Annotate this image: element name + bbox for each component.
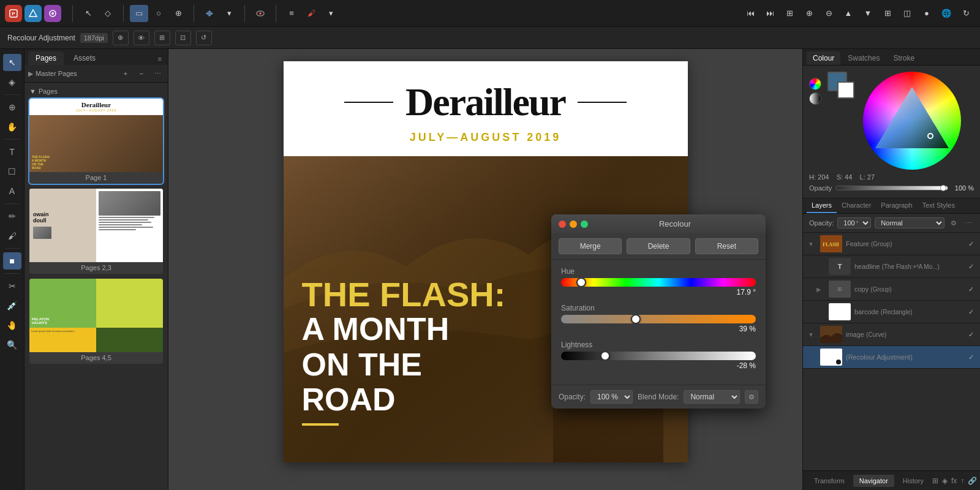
- snap-options[interactable]: ▾: [220, 5, 238, 22]
- paragraph-tab[interactable]: Paragraph: [876, 198, 917, 213]
- layers-icon[interactable]: ⊞: [932, 477, 938, 485]
- feature-expand[interactable]: ▼: [808, 241, 816, 247]
- fill-tool[interactable]: ■: [3, 252, 21, 270]
- prev-btn[interactable]: ⏮: [741, 5, 760, 22]
- swatches-tab[interactable]: Swatches: [842, 51, 886, 65]
- menu1[interactable]: ▲: [839, 5, 858, 22]
- assets-tab[interactable]: Assets: [66, 51, 103, 65]
- background-color-chip[interactable]: [837, 81, 854, 99]
- grid-btn[interactable]: ⊞: [154, 31, 170, 45]
- opacity-slider-thumb[interactable]: [940, 185, 946, 191]
- align-btn[interactable]: ≡: [282, 5, 301, 22]
- page-23-thumb[interactable]: owaindoull: [29, 189, 163, 274]
- merge-btn[interactable]: Merge: [559, 238, 622, 254]
- dialog-min-btn[interactable]: [570, 221, 577, 228]
- pages-tab[interactable]: Pages: [28, 51, 64, 65]
- sync-btn[interactable]: ↻: [957, 5, 975, 22]
- blend-mode-select[interactable]: Normal Multiply Screen Overlay: [875, 217, 944, 228]
- designer-icon[interactable]: [24, 5, 42, 22]
- more-pp-btn[interactable]: ⋯: [151, 67, 164, 80]
- panel-btn[interactable]: ◫: [898, 5, 916, 22]
- export-icon[interactable]: ↑: [960, 477, 964, 485]
- delete-btn[interactable]: Delete: [627, 238, 690, 254]
- color-wheel-mini-btn[interactable]: [809, 78, 821, 90]
- transform-btab[interactable]: Transform: [808, 475, 851, 487]
- layer-recolour[interactable]: (Recolour Adjustment) ✓: [803, 346, 980, 369]
- frame-text-tool[interactable]: ☐: [3, 163, 21, 180]
- dialog-max-btn[interactable]: [581, 221, 588, 228]
- color-wheel[interactable]: [863, 72, 961, 170]
- pan-tool[interactable]: ✋: [3, 118, 21, 135]
- adjust-icon[interactable]: ◈: [942, 477, 948, 485]
- blend-mode-footer-select[interactable]: Normal Multiply Screen Overlay: [684, 390, 740, 404]
- master-pages-toggle[interactable]: ▶: [28, 70, 33, 78]
- select-tool[interactable]: ↖: [3, 54, 21, 71]
- text-tool[interactable]: T: [3, 143, 21, 160]
- panel-menu-btn[interactable]: ≡: [156, 53, 164, 65]
- crop-tool[interactable]: ✂: [3, 277, 21, 295]
- layer-settings-btn[interactable]: ⚙: [948, 217, 959, 228]
- layer-image[interactable]: ▼ image (Curve) ✓: [803, 323, 980, 346]
- snap-btn[interactable]: [200, 5, 219, 22]
- image-expand[interactable]: ▼: [808, 331, 816, 338]
- place-tool[interactable]: ⊕: [169, 5, 187, 22]
- headline-vis[interactable]: ✓: [967, 263, 975, 271]
- brush-tool[interactable]: 🖌: [3, 227, 21, 244]
- navigator-btab[interactable]: Navigator: [853, 475, 894, 487]
- layer-copy[interactable]: ▶ ⊞ copy (Group) ✓: [803, 278, 980, 301]
- layers-tab[interactable]: Layers: [807, 198, 837, 213]
- node-tool[interactable]: ◇: [99, 5, 117, 22]
- image-vis[interactable]: ✓: [967, 331, 975, 339]
- hue-slider[interactable]: [561, 278, 756, 287]
- node-tool-left[interactable]: ◈: [3, 74, 21, 91]
- add-page-btn[interactable]: ⊕: [800, 5, 818, 22]
- guides-btn[interactable]: ⊡: [175, 31, 191, 45]
- view-btn[interactable]: [251, 5, 270, 22]
- color-gradient-btn[interactable]: [809, 92, 821, 105]
- pencil-tool[interactable]: ✏: [3, 208, 21, 225]
- eyedropper-tool[interactable]: 💉: [3, 297, 21, 314]
- layer-headline[interactable]: T headline (The Flash:+³A Mo...) ✓: [803, 255, 980, 278]
- reset-btn[interactable]: ↺: [196, 31, 212, 45]
- text-styles-tab[interactable]: Text Styles: [918, 198, 960, 213]
- transform-btn[interactable]: ⊕: [113, 31, 129, 45]
- menu2[interactable]: ▼: [859, 5, 877, 22]
- publisher-icon[interactable]: P: [5, 5, 22, 22]
- reset-btn-dialog[interactable]: Reset: [695, 238, 758, 254]
- barcode-vis[interactable]: ✓: [967, 308, 975, 316]
- artistic-text-tool[interactable]: A: [3, 183, 21, 200]
- pages-view[interactable]: ⊞: [878, 5, 897, 22]
- pointer-tool[interactable]: ↖: [79, 5, 97, 22]
- hue-thumb[interactable]: [576, 278, 586, 287]
- stroke-tab[interactable]: Stroke: [887, 51, 921, 65]
- paint-options[interactable]: ▾: [322, 5, 340, 22]
- copy-vis[interactable]: ✓: [967, 285, 975, 293]
- layer-opacity-select[interactable]: 100 % 75 % 50 % 25 %: [837, 217, 871, 228]
- opacity-footer-select[interactable]: 100 % 75 % 50 %: [590, 390, 633, 404]
- zoom-tool[interactable]: ⊕: [3, 99, 21, 116]
- hand-tool[interactable]: 🤚: [3, 317, 21, 334]
- layer-barcode[interactable]: barcode (Rectangle) ✓: [803, 301, 980, 323]
- add-page-pp-btn[interactable]: +: [119, 67, 132, 80]
- recolour-vis[interactable]: ✓: [967, 353, 975, 361]
- saturation-thumb[interactable]: [631, 315, 641, 323]
- frame-tool[interactable]: ▭: [130, 5, 148, 22]
- photo-icon[interactable]: [44, 5, 61, 22]
- fx-icon[interactable]: fx: [951, 477, 957, 485]
- shape-tool[interactable]: ○: [149, 5, 168, 22]
- circle-btn[interactable]: ●: [918, 5, 936, 22]
- history-btab[interactable]: History: [897, 475, 930, 487]
- blend-gear-btn[interactable]: ⚙: [745, 390, 758, 404]
- globe-btn[interactable]: 🌐: [937, 5, 956, 22]
- view-mode-btn[interactable]: 👁: [134, 31, 149, 45]
- lightness-slider[interactable]: [561, 352, 756, 360]
- colour-tab[interactable]: Colour: [807, 51, 840, 65]
- dialog-close-btn[interactable]: [559, 221, 566, 228]
- opacity-slider[interactable]: [835, 186, 948, 190]
- lightness-thumb[interactable]: [600, 352, 610, 360]
- character-tab[interactable]: Character: [837, 198, 876, 213]
- pages-section-header[interactable]: ▼ Pages: [29, 88, 163, 95]
- magnify-tool[interactable]: 🔍: [3, 336, 21, 353]
- page-45-thumb[interactable]: PELATONHAUNTS Lorem ipsum dolor sit amet…: [29, 279, 163, 364]
- feature-vis[interactable]: ✓: [967, 240, 975, 248]
